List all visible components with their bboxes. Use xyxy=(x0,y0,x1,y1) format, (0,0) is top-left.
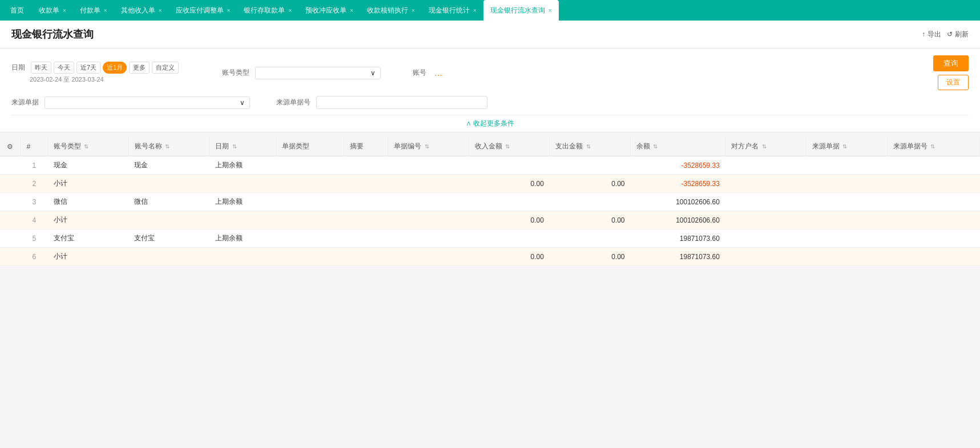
sort-icon: ⇅ xyxy=(165,143,170,150)
close-icon[interactable]: × xyxy=(159,7,162,14)
th-date[interactable]: 日期 ⇅ xyxy=(209,137,276,156)
th-gear[interactable]: ⚙ xyxy=(0,137,21,156)
cell-doc-no xyxy=(388,229,469,248)
th-account-type-label: 账号类型 xyxy=(54,142,81,150)
cell-account-name xyxy=(128,175,209,193)
source-doc-no-input[interactable] xyxy=(316,96,487,109)
table-row[interactable]: 2 小计 0.00 0.00 -3528659.33 xyxy=(0,175,980,193)
table-row[interactable]: 6 小计 0.00 0.00 19871073.60 xyxy=(0,248,980,266)
date-range-display: 2023-02-24 至 2023-03-24 xyxy=(30,76,104,83)
cell-summary xyxy=(344,248,388,266)
table-row[interactable]: 3 微信 微信 上期余额 100102606.60 xyxy=(0,193,980,211)
page-title: 现金银行流水查询 xyxy=(11,27,94,41)
close-icon[interactable]: × xyxy=(473,7,477,14)
cell-counterpart xyxy=(725,248,806,266)
th-date-label: 日期 xyxy=(215,142,229,150)
close-icon[interactable]: × xyxy=(288,7,292,14)
date-btn-more[interactable]: 更多 xyxy=(129,62,150,74)
date-btn-yesterday[interactable]: 昨天 xyxy=(31,62,51,74)
date-btn-today[interactable]: 今天 xyxy=(54,62,74,74)
gear-icon[interactable]: ⚙ xyxy=(7,143,13,151)
close-icon[interactable]: × xyxy=(549,7,552,14)
refresh-button[interactable]: ↺ 刷新 xyxy=(947,30,969,39)
nav-tab-shoukuanhexiao[interactable]: 收款核销执行 × xyxy=(360,0,422,21)
cell-account-type: 小计 xyxy=(48,248,129,266)
close-icon[interactable]: × xyxy=(350,7,353,14)
nav-tab-label: 付款单 xyxy=(80,6,100,15)
nav-tab-qitashouruden[interactable]: 其他收入单 × xyxy=(114,0,169,21)
export-button[interactable]: ↑ 导出 xyxy=(922,30,941,39)
source-doc-select[interactable]: ∨ xyxy=(45,96,250,109)
cell-doc-type xyxy=(276,248,344,266)
cell-doc-type xyxy=(276,211,344,229)
data-table: ⚙ # 账号类型 ⇅ 账号名称 ⇅ 日期 ⇅ 单据类型 xyxy=(0,137,980,266)
sort-icon: ⇅ xyxy=(425,143,429,150)
cell-account-type: 现金 xyxy=(48,156,129,175)
cell-num: 1 xyxy=(21,156,48,175)
nav-tab-xianjinyinhangTongji[interactable]: 现金银行统计 × xyxy=(422,0,483,21)
date-btn-custom[interactable]: 自定义 xyxy=(152,62,179,74)
sort-icon: ⇅ xyxy=(842,143,847,150)
cell-income xyxy=(469,156,550,175)
nav-tab-xianjinyinhangliushui[interactable]: 现金银行流水查询 × xyxy=(483,0,559,21)
th-source-doc-no[interactable]: 来源单据号 ⇅ xyxy=(887,137,979,156)
account-type-select[interactable]: ∨ xyxy=(255,67,381,79)
cell-source-doc-no xyxy=(887,193,979,211)
filter-area: 日期 昨天 今天 近7天 近1月 更多 自定义 2023-02-24 至 202… xyxy=(0,49,980,132)
nav-tab-label: 银行存取款单 xyxy=(244,6,285,15)
date-btn-1month[interactable]: 近1月 xyxy=(103,62,127,74)
account-label: 账号 xyxy=(413,68,426,78)
cell-income: 0.00 xyxy=(469,211,550,229)
cell-income: 0.00 xyxy=(469,175,550,193)
th-account-type[interactable]: 账号类型 ⇅ xyxy=(48,137,129,156)
close-icon[interactable]: × xyxy=(104,7,107,14)
th-source-doc[interactable]: 来源单据 ⇅ xyxy=(806,137,888,156)
account-dots-button[interactable]: ... xyxy=(432,68,444,78)
th-doc-no[interactable]: 单据编号 ⇅ xyxy=(388,137,469,156)
th-expense[interactable]: 支出金额 ⇅ xyxy=(550,137,631,156)
cell-source-doc-no xyxy=(887,248,979,266)
cell-date: 上期余额 xyxy=(209,229,276,248)
th-num: # xyxy=(21,137,48,156)
nav-tab-yushoudan[interactable]: 预收冲应收单 × xyxy=(299,0,360,21)
table-row[interactable]: 5 支付宝 支付宝 上期余额 19871073.60 xyxy=(0,229,980,248)
cell-date: 上期余额 xyxy=(209,156,276,175)
cell-gear xyxy=(0,175,21,193)
collapse-bar[interactable]: ∧ 收起更多条件 xyxy=(11,115,969,132)
th-balance[interactable]: 余额 ⇅ xyxy=(631,137,725,156)
nav-tab-yingshoupayTiaozhenDan[interactable]: 应收应付调整单 × xyxy=(169,0,237,21)
nav-tab-fukuandan[interactable]: 付款单 × xyxy=(73,0,114,21)
cell-expense: 0.00 xyxy=(550,248,631,266)
nav-tab-label: 应收应付调整单 xyxy=(176,6,224,15)
table-body: 1 现金 现金 上期余额 -3528659.33 2 小计 0.00 0.00 … xyxy=(0,156,980,266)
th-doc-no-label: 单据编号 xyxy=(394,142,421,150)
th-income[interactable]: 收入金额 ⇅ xyxy=(469,137,550,156)
table-row[interactable]: 4 小计 0.00 0.00 100102606.60 xyxy=(0,211,980,229)
th-account-name[interactable]: 账号名称 ⇅ xyxy=(128,137,209,156)
th-counterpart[interactable]: 对方户名 ⇅ xyxy=(725,137,806,156)
cell-counterpart xyxy=(725,193,806,211)
cell-doc-type xyxy=(276,175,344,193)
refresh-label: 刷新 xyxy=(955,30,969,39)
settings-button[interactable]: 设置 xyxy=(938,75,969,90)
export-icon: ↑ xyxy=(922,30,925,38)
close-icon[interactable]: × xyxy=(227,7,231,14)
nav-tab-yinhangcunqudan[interactable]: 银行存取款单 × xyxy=(237,0,299,21)
cell-account-name: 现金 xyxy=(128,156,209,175)
query-button[interactable]: 查询 xyxy=(933,55,969,71)
cell-account-type: 微信 xyxy=(48,193,129,211)
nav-tab-shoukuandan[interactable]: 收款单 × xyxy=(32,0,73,21)
date-btn-7days[interactable]: 近7天 xyxy=(76,62,100,74)
sort-icon: ⇅ xyxy=(84,143,88,150)
table-row[interactable]: 1 现金 现金 上期余额 -3528659.33 xyxy=(0,156,980,175)
cell-account-name xyxy=(128,248,209,266)
nav-home[interactable]: 首页 xyxy=(2,6,32,15)
cell-doc-no xyxy=(388,175,469,193)
sort-icon: ⇅ xyxy=(232,143,237,150)
th-source-doc-no-label: 来源单据号 xyxy=(893,142,927,150)
cell-income: 0.00 xyxy=(469,248,550,266)
cell-doc-no xyxy=(388,193,469,211)
sort-icon: ⇅ xyxy=(505,143,510,150)
close-icon[interactable]: × xyxy=(63,7,66,14)
close-icon[interactable]: × xyxy=(412,7,415,14)
